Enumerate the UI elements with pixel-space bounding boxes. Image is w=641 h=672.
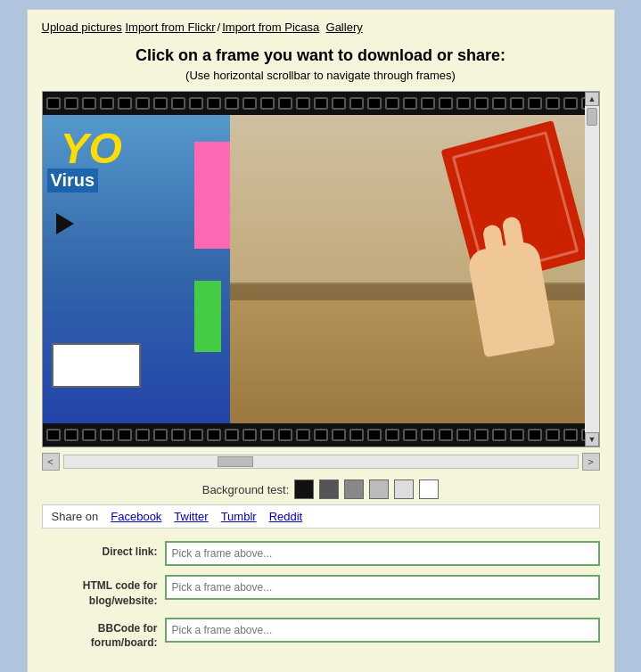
perforation <box>296 97 310 110</box>
game-green-block <box>194 281 221 352</box>
perforation <box>64 97 78 110</box>
perforation <box>189 429 203 441</box>
flickr-link[interactable]: Import from Flickr <box>125 20 215 34</box>
perforation <box>46 97 61 110</box>
picasa-link[interactable]: Import from Picasa <box>222 20 319 34</box>
hscroll-track[interactable] <box>63 455 579 469</box>
perforation <box>385 429 399 441</box>
perforation <box>421 97 435 110</box>
hscroll-thumb[interactable] <box>218 456 253 467</box>
top-nav: Upload pictures Import from Flickr / Imp… <box>42 20 600 34</box>
scroll-track <box>585 106 599 432</box>
game-text-virus: Virus <box>47 168 99 193</box>
perforation <box>46 429 61 441</box>
frames-area: YO Virus <box>43 115 585 423</box>
perforation <box>439 429 453 441</box>
perforation <box>314 97 328 110</box>
scroll-down-button[interactable]: ▼ <box>585 432 599 447</box>
frame-viewer-wrapper: YO Virus <box>42 91 600 447</box>
direct-link-label: Direct link: <box>42 541 158 560</box>
bg-test-label: Background test: <box>202 483 290 496</box>
swatch-dark-gray[interactable] <box>319 479 339 499</box>
swatch-medium-gray[interactable] <box>344 479 364 499</box>
perforation <box>189 97 203 110</box>
perforation <box>563 429 578 441</box>
bbcode-input[interactable] <box>165 618 600 643</box>
perforation <box>64 429 78 441</box>
frame-hand <box>230 115 585 423</box>
share-bar: Share on Facebook Twitter Tumblr Reddit <box>42 504 600 529</box>
filmstrip-bottom <box>43 423 599 447</box>
frame-item-1[interactable]: YO Virus <box>43 115 230 423</box>
perforation <box>296 429 310 441</box>
perforation <box>546 429 560 441</box>
tumblr-link[interactable]: Tumblr <box>221 510 257 523</box>
perforation <box>367 97 382 110</box>
facebook-link[interactable]: Facebook <box>111 510 161 523</box>
perforation <box>367 429 382 441</box>
frame-item-2[interactable] <box>230 115 585 423</box>
direct-link-row: Direct link: <box>42 541 600 566</box>
perforation <box>403 429 417 441</box>
twitter-link[interactable]: Twitter <box>174 510 208 523</box>
perforation <box>599 97 600 110</box>
perforation <box>528 97 542 110</box>
perforation <box>439 97 453 110</box>
perforation <box>82 97 96 110</box>
page-subtitle: (Use horizontal scrollbar to navigate th… <box>42 69 600 82</box>
scroll-right-button[interactable]: > <box>582 453 600 471</box>
perforation <box>474 429 489 441</box>
perforation <box>171 429 185 441</box>
scroll-left-button[interactable]: < <box>42 453 60 471</box>
direct-link-input[interactable] <box>165 541 600 566</box>
vertical-scrollbar: ▲ ▼ <box>585 92 599 447</box>
perforation <box>421 429 435 441</box>
page-title: Click on a frame you want to download or… <box>42 46 600 65</box>
perforation <box>260 97 275 110</box>
perforation <box>260 429 275 441</box>
perforation <box>314 429 328 441</box>
filmstrip-container[interactable]: YO Virus <box>42 91 600 447</box>
game-text-you: YO <box>61 124 122 173</box>
game-white-box <box>52 343 141 388</box>
share-on-label: Share on <box>52 510 99 523</box>
perforation <box>528 429 542 441</box>
game-cursor <box>56 213 74 234</box>
perforation <box>456 429 471 441</box>
perforation <box>242 429 257 441</box>
perforation <box>136 429 150 441</box>
perforation <box>474 97 489 110</box>
perforation <box>82 429 96 441</box>
perforation <box>332 97 346 110</box>
scroll-thumb[interactable] <box>587 108 597 126</box>
perforation <box>242 97 257 110</box>
reddit-link[interactable]: Reddit <box>269 510 303 523</box>
perforation <box>349 429 364 441</box>
html-code-input[interactable] <box>165 575 600 600</box>
perforation <box>278 429 292 441</box>
swatch-lighter-gray[interactable] <box>394 479 414 499</box>
perforation <box>492 97 506 110</box>
perforation <box>153 97 168 110</box>
game-pink-block <box>194 142 230 249</box>
perforation <box>563 97 578 110</box>
swatch-light-gray[interactable] <box>369 479 389 499</box>
scroll-up-button[interactable]: ▲ <box>585 92 599 106</box>
perforation <box>153 429 168 441</box>
swatch-black[interactable] <box>294 479 314 499</box>
perforation <box>225 429 239 441</box>
upload-link[interactable]: Upload pictures <box>42 20 122 34</box>
main-container: Upload pictures Import from Flickr / Imp… <box>27 9 615 672</box>
swatch-white[interactable] <box>419 479 439 499</box>
bbcode-label: BBCode for forum/board: <box>42 618 158 652</box>
perforation <box>599 429 600 441</box>
perforation <box>456 97 471 110</box>
gallery-link[interactable]: Gallery <box>326 20 363 34</box>
html-code-row: HTML code for blog/website: <box>42 575 600 609</box>
perforation <box>100 97 114 110</box>
nav-separator: / <box>218 20 221 34</box>
filmstrip-top <box>43 92 599 115</box>
horizontal-scrollbar: < > <box>42 453 600 471</box>
perforation <box>385 97 399 110</box>
perforation <box>118 429 132 441</box>
